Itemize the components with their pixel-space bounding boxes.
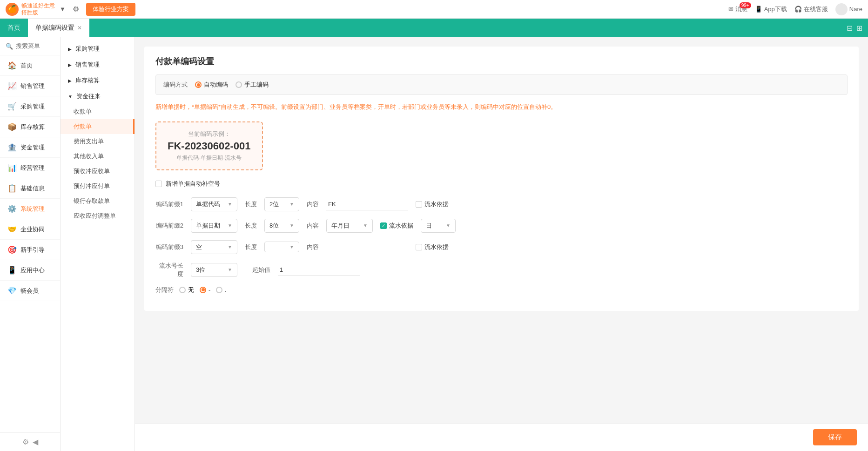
message-button[interactable]: ✉ 消息 99+: [728, 5, 747, 13]
system-icon: ⚙️: [7, 204, 17, 213]
settings-button[interactable]: ⚙: [69, 3, 82, 16]
nav-dropdown[interactable]: ▼: [60, 6, 66, 13]
encode-radio-group: 自动编码 手工编码: [195, 81, 269, 89]
tab-actions: ⊟ ⊞: [847, 24, 868, 33]
finance-icon: 🏦: [7, 143, 17, 152]
radio-auto-encode[interactable]: 自动编码: [195, 81, 228, 89]
separator-label: 分隔符: [155, 286, 174, 294]
prefix1-checkbox[interactable]: [416, 201, 422, 208]
menu-item-ar-ap-adjust[interactable]: 应收应付调整单: [61, 209, 135, 223]
menu-item-other-income[interactable]: 其他收入单: [61, 149, 135, 164]
user-profile[interactable]: Nare: [835, 3, 862, 15]
prefix3-dropdown-icon: ▼: [228, 244, 232, 249]
prefix1-select[interactable]: 单据代码 ▼: [191, 197, 237, 211]
prefix2-period-select[interactable]: 日 ▼: [421, 219, 456, 233]
prefix3-select[interactable]: 空 ▼: [191, 240, 237, 254]
trial-button[interactable]: 体验行业方案: [86, 3, 135, 16]
menu-item-payment[interactable]: 付款单: [61, 119, 135, 134]
tab-close-icon[interactable]: ✕: [77, 25, 82, 31]
online-service-icon: 🎧: [794, 6, 802, 13]
chevron-right-icon-2: ▶: [68, 62, 72, 67]
menu-group-capital-header[interactable]: ▼ 资金往来: [61, 88, 135, 104]
main-layout: 🔍 搜索菜单 🏠 首页 📈 销售管理 🛒 采购管理 📦 库存核算 🏦 资金管理 …: [0, 37, 868, 451]
tab-encoding[interactable]: 单据编码设置 ✕: [28, 19, 89, 37]
sep-dash-dot: [200, 287, 206, 293]
tab-home[interactable]: 首页: [0, 19, 28, 37]
prefix2-checkbox[interactable]: ✓: [380, 222, 387, 229]
prefix2-content-dropdown-icon: ▼: [363, 223, 368, 228]
prefix2-length-select[interactable]: 8位 ▼: [264, 219, 299, 233]
sidebar-item-operation[interactable]: 📊 经营管理: [0, 158, 60, 178]
save-button[interactable]: 保存: [813, 429, 857, 445]
sales-icon: 📈: [7, 81, 17, 90]
prefix3-serial-check[interactable]: 流水依据: [416, 243, 449, 251]
prefix3-content-input[interactable]: [326, 241, 408, 253]
sidebar-item-sales-label: 销售管理: [20, 82, 45, 90]
separator-row: 分隔符 无 - .: [155, 286, 848, 294]
prefix2-serial-check[interactable]: ✓ 流水依据: [380, 222, 413, 230]
prefix3-length-select[interactable]: ▼: [264, 242, 299, 252]
sidebar-search-label: 搜索菜单: [16, 42, 40, 50]
sidebar-item-finance[interactable]: 🏦 资金管理: [0, 137, 60, 158]
search-icon: 🔍: [6, 43, 13, 50]
menu-item-prepay-payable[interactable]: 预付冲应付单: [61, 179, 135, 194]
sep-radio-none[interactable]: 无: [179, 286, 194, 294]
online-service-button[interactable]: 🎧 在线客服: [794, 5, 828, 13]
sidebar-item-basic[interactable]: 📋 基础信息: [0, 178, 60, 199]
purchase-icon: 🛒: [7, 102, 17, 111]
menu-group-sales-header[interactable]: ▶ 销售管理: [61, 57, 135, 73]
menu-group-sales: ▶ 销售管理: [61, 57, 135, 73]
app-download-label: App下载: [764, 5, 787, 13]
app-download-button[interactable]: 📱 App下载: [755, 5, 787, 13]
sidebar-item-app-label: 应用中心: [20, 266, 45, 275]
radio-manual-encode[interactable]: 手工编码: [236, 81, 269, 89]
sidebar-collapse-button[interactable]: ◀: [33, 438, 38, 446]
prefix1-length-select[interactable]: 2位 ▼: [264, 197, 299, 211]
home-icon: 🏠: [7, 61, 17, 70]
sidebar-item-enterprise[interactable]: 🤝 企业协同: [0, 219, 60, 240]
menu-group-inventory-label: 库存核算: [75, 76, 100, 85]
start-value-input[interactable]: [278, 264, 360, 276]
sidebar-item-member[interactable]: 💎 畅会员: [0, 281, 60, 301]
menu-item-bank-deposit[interactable]: 银行存取款单: [61, 194, 135, 209]
tab-maximize-button[interactable]: ⊞: [856, 24, 862, 33]
menu-group-purchase-header[interactable]: ▶ 采购管理: [61, 41, 135, 57]
menu-group-inventory-header[interactable]: ▶ 库存核算: [61, 73, 135, 88]
menu-item-receipt[interactable]: 收款单: [61, 104, 135, 119]
sep-radio-dash[interactable]: -: [200, 286, 210, 293]
sidebar-item-guide[interactable]: 🎯 新手引导: [0, 240, 60, 260]
prefix2-content-select[interactable]: 年月日 ▼: [326, 219, 373, 233]
member-icon: 💎: [7, 286, 17, 295]
sidebar-item-system[interactable]: ⚙️ 系统管理: [0, 199, 60, 219]
sidebar-item-purchase[interactable]: 🛒 采购管理: [0, 96, 60, 117]
sidebar-search[interactable]: 🔍 搜索菜单: [0, 37, 60, 55]
sidebar-item-sales[interactable]: 📈 销售管理: [0, 76, 60, 96]
prefix1-content-input[interactable]: [326, 198, 408, 210]
prefix2-period-dropdown-icon: ▼: [446, 223, 451, 228]
sidebar-item-home[interactable]: 🏠 首页: [0, 55, 60, 76]
prefix1-serial-check[interactable]: 流水依据: [416, 200, 449, 209]
page-card: 付款单编码设置 编码方式 自动编码 手工编码 新增单据时，*单据编码*: [144, 47, 859, 311]
prefix2-length-dropdown-icon: ▼: [289, 223, 294, 228]
auto-fill-checkbox[interactable]: [155, 181, 162, 187]
serial-length-dropdown-icon: ▼: [228, 267, 232, 272]
menu-item-prepay-receivable[interactable]: 预收冲应收单: [61, 164, 135, 179]
page-title: 付款单编码设置: [155, 56, 848, 67]
serial-length-select[interactable]: 3位 ▼: [191, 263, 237, 277]
radio-manual-dot: [236, 81, 242, 88]
menu-item-expense[interactable]: 费用支出单: [61, 134, 135, 149]
prefix3-select-value: 空: [196, 243, 202, 251]
tab-minimize-button[interactable]: ⊟: [847, 24, 853, 33]
prefix1-length-label: 长度: [245, 200, 257, 209]
sidebar-item-basic-label: 基础信息: [20, 184, 45, 193]
user-avatar: [835, 3, 848, 15]
sidebar-item-inventory[interactable]: 📦 库存核算: [0, 117, 60, 137]
sidebar-item-app[interactable]: 📱 应用中心: [0, 260, 60, 281]
prefix2-select[interactable]: 单据日期 ▼: [191, 219, 237, 233]
prefix-row-3: 编码前缀3 空 ▼ 长度 ▼ 内容 流水依据: [155, 240, 848, 254]
sidebar-settings-button[interactable]: ⚙: [22, 438, 29, 446]
sidebar-item-enterprise-label: 企业协同: [20, 225, 45, 234]
top-bar-left: 🍊 畅通道好生意 搭胜版 ▼ ⚙ 体验行业方案: [6, 2, 135, 16]
sep-radio-dot[interactable]: .: [216, 286, 227, 293]
prefix3-checkbox[interactable]: [416, 244, 422, 250]
